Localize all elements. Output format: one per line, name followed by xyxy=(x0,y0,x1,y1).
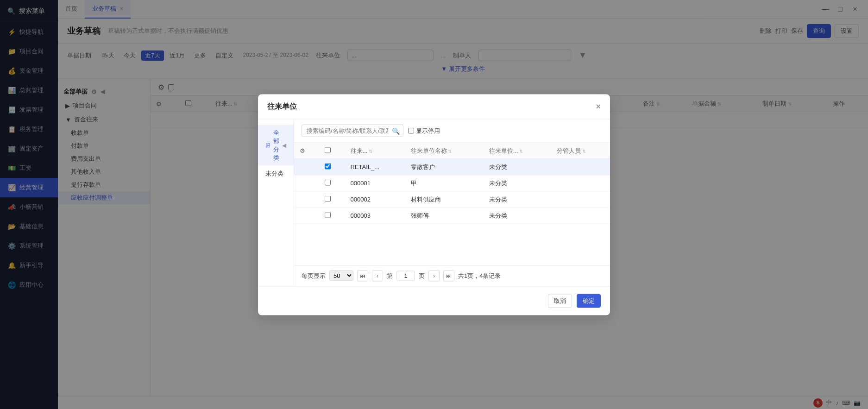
row-checkbox xyxy=(319,191,345,208)
modal-table-wrap: ⚙ 往来... 往来单位名称 往来单位... 分管人员 客户价格... xyxy=(294,143,610,261)
row-code-3: 000002 xyxy=(345,191,405,208)
horizontal-scrollbar[interactable] xyxy=(302,261,610,265)
page-label-prefix: 第 xyxy=(387,271,393,280)
page-number-input[interactable] xyxy=(396,271,415,281)
search-wrap: 🔍 xyxy=(302,125,403,137)
modal-col-category[interactable]: 往来单位... xyxy=(484,143,551,159)
modal-header: 往来单位 × xyxy=(258,94,610,119)
search-icon: 🔍 xyxy=(392,127,400,134)
total-label: 共1页，4条记录 xyxy=(458,271,501,280)
modal-sidebar-all-label: 全部分类 xyxy=(273,128,279,162)
row-name-3: 材料供应商 xyxy=(405,191,484,208)
modal-pagination: 每页显示 50 20 100 ⏮ ‹ 第 页 › ⏭ 共1页，4条记录 xyxy=(294,265,610,286)
row-category-1: 未分类 xyxy=(484,159,551,175)
modal-sidebar-all[interactable]: ⊞ 全部分类 ◀ xyxy=(258,125,294,165)
row-checkbox xyxy=(319,175,345,191)
row-code-1: RETAIL_... xyxy=(345,159,405,175)
row-manager-1 xyxy=(551,159,610,175)
show-disabled-label[interactable]: 显示停用 xyxy=(408,126,440,135)
modal-footer: 取消 确定 xyxy=(258,286,610,315)
modal-close-btn[interactable]: × xyxy=(596,101,601,111)
modal-sidebar-unclassified-label: 未分类 xyxy=(265,169,283,177)
row-checkbox xyxy=(319,208,345,224)
modal-table-row[interactable]: RETAIL_... 零散客户 未分类 xyxy=(294,159,610,175)
row-checkbox-3[interactable] xyxy=(325,195,331,201)
next-page-btn[interactable]: › xyxy=(428,270,440,281)
modal-table: ⚙ 往来... 往来单位名称 往来单位... 分管人员 客户价格... xyxy=(294,143,610,224)
row-checkbox-1[interactable] xyxy=(325,163,331,169)
modal-table-row[interactable]: 000002 材料供应商 未分类 xyxy=(294,191,610,208)
counterpart-search-input[interactable] xyxy=(302,125,403,137)
modal-body: ⊞ 全部分类 ◀ 未分类 🔍 显示停用 xyxy=(258,119,610,286)
modal-header-checkbox[interactable] xyxy=(325,147,331,153)
row-checkbox xyxy=(319,159,345,175)
cancel-button[interactable]: 取消 xyxy=(548,294,572,308)
modal-col-manager[interactable]: 分管人员 xyxy=(551,143,610,159)
row-checkbox-2[interactable] xyxy=(325,179,331,185)
modal-sidebar-collapse-icon[interactable]: ◀ xyxy=(282,142,286,148)
modal-sidebar-unclassified[interactable]: 未分类 xyxy=(258,165,294,181)
last-page-btn[interactable]: ⏭ xyxy=(443,270,454,281)
modal-table-row[interactable]: 000001 甲 未分类 xyxy=(294,175,610,191)
modal-col-checkbox xyxy=(319,143,345,159)
row-settings xyxy=(294,191,319,208)
row-category-2: 未分类 xyxy=(484,175,551,191)
row-name-4: 张师傅 xyxy=(405,208,484,224)
show-disabled-checkbox[interactable] xyxy=(408,128,414,134)
row-checkbox-4[interactable] xyxy=(325,212,331,218)
row-name-2: 甲 xyxy=(405,175,484,191)
row-manager-4 xyxy=(551,208,610,224)
row-code-4: 000003 xyxy=(345,208,405,224)
row-category-4: 未分类 xyxy=(484,208,551,224)
modal-toolbar: 🔍 显示停用 + 新增往来单位 xyxy=(294,119,610,143)
row-name-1: 零散客户 xyxy=(405,159,484,175)
show-disabled-text: 显示停用 xyxy=(416,126,440,135)
page-size-select[interactable]: 50 20 100 xyxy=(329,271,353,281)
row-settings xyxy=(294,159,319,175)
row-settings xyxy=(294,208,319,224)
modal-sidebar: ⊞ 全部分类 ◀ 未分类 xyxy=(258,119,294,286)
first-page-btn[interactable]: ⏮ xyxy=(357,270,368,281)
modal-table-row[interactable]: 000003 张师傅 未分类 xyxy=(294,208,610,224)
row-category-3: 未分类 xyxy=(484,191,551,208)
page-label-suffix: 页 xyxy=(419,271,425,280)
grid-icon: ⊞ xyxy=(265,142,270,149)
row-code-2: 000001 xyxy=(345,175,405,191)
confirm-button[interactable]: 确定 xyxy=(577,294,601,308)
modal-main: 🔍 显示停用 + 新增往来单位 ⚙ 往来... xyxy=(294,119,610,286)
row-settings xyxy=(294,175,319,191)
modal-col-code[interactable]: 往来... xyxy=(345,143,405,159)
modal-col-settings: ⚙ xyxy=(294,143,319,159)
row-manager-2 xyxy=(551,175,610,191)
row-manager-3 xyxy=(551,191,610,208)
prev-page-btn[interactable]: ‹ xyxy=(372,270,383,281)
page-size-label: 每页显示 xyxy=(302,271,326,280)
modal-title: 往来单位 xyxy=(267,101,297,111)
counterpart-modal: 往来单位 × ⊞ 全部分类 ◀ 未分类 🔍 xyxy=(258,94,610,315)
modal-layout: ⊞ 全部分类 ◀ 未分类 🔍 显示停用 xyxy=(258,119,610,286)
modal-col-name[interactable]: 往来单位名称 xyxy=(405,143,484,159)
